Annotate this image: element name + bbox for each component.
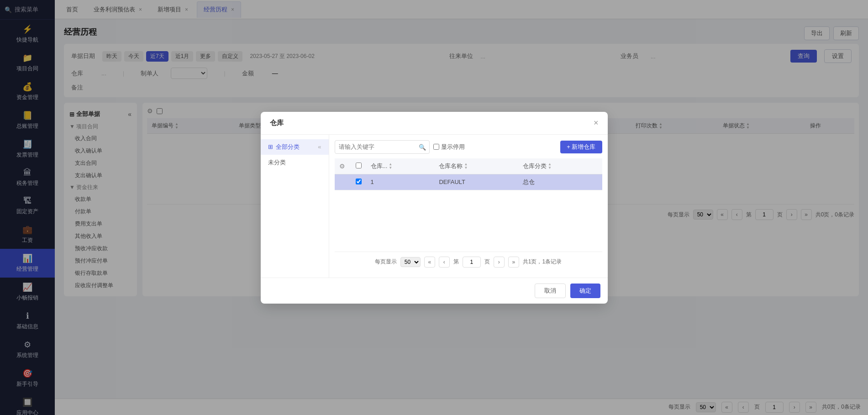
modal-prev-btn[interactable]: ‹ [439,257,450,268]
table-gear-icon[interactable]: ⚙ [339,163,345,170]
row-number: 1 [366,174,435,190]
table-row[interactable]: 1 DEFAULT 总仓 [335,174,602,190]
uncategorized-label: 未分类 [268,158,286,167]
row-code: DEFAULT [434,174,518,190]
modal-left-panel: ⊞ 全部分类 « 未分类 [261,135,329,278]
show-disabled-label[interactable]: 显示停用 [433,143,465,151]
modal-last-btn[interactable]: » [508,257,519,268]
modal-header: 仓库 × [261,112,608,135]
modal-actions: 取消 确定 [261,278,608,304]
select-all-modal-checkbox[interactable] [356,163,362,168]
modal-next-btn[interactable]: › [494,257,505,268]
modal-first-btn[interactable]: « [424,257,435,268]
row-settings [335,174,351,190]
modal-table-wrap: ⚙ 仓库... ▲▼ [335,158,602,249]
warehouse-search-input[interactable] [335,140,430,154]
modal-page-label: 第 [453,258,459,266]
search-wrap: 🔍 [335,140,430,154]
grid-icon-modal: ⊞ [268,143,273,150]
modal-per-page-label: 每页显示 [375,258,397,266]
search-icon[interactable]: 🔍 [419,143,426,150]
add-warehouse-button[interactable]: + 新增仓库 [560,141,602,153]
col-warehouse-name: 仓库名称 ▲▼ [434,158,518,174]
modal-right-panel: 🔍 显示停用 + 新增仓库 ⚙ [329,135,608,278]
warehouse-table: ⚙ 仓库... ▲▼ [335,158,602,190]
warehouse-modal: 仓库 × ⊞ 全部分类 « 未分类 [261,112,608,304]
col-checkbox [351,158,366,174]
confirm-button[interactable]: 确定 [570,284,600,298]
row-checkbox [351,174,366,190]
cancel-button[interactable]: 取消 [535,284,566,298]
modal-close-button[interactable]: × [594,118,599,128]
modal-body: ⊞ 全部分类 « 未分类 🔍 显示停用 [261,135,608,278]
modal-page-unit: 页 [484,258,490,266]
col-warehouse-code: 仓库... ▲▼ [366,158,435,174]
modal-overlay: 仓库 × ⊞ 全部分类 « 未分类 [0,0,868,415]
row-name: 总仓 [518,174,602,190]
modal-total-label: 共1页，1条记录 [523,258,562,266]
all-categories-label: 全部分类 [276,143,300,151]
show-disabled-checkbox[interactable] [433,144,439,150]
modal-left-uncategorized[interactable]: 未分类 [261,155,329,170]
col-warehouse-category: 仓库分类 ▲▼ [518,158,602,174]
modal-title: 仓库 [270,119,284,127]
modal-toolbar: 🔍 显示停用 + 新增仓库 [335,140,602,154]
modal-per-page-select[interactable]: 50 [400,257,421,267]
modal-left-all-categories[interactable]: ⊞ 全部分类 « [261,139,329,155]
collapse-left-btn[interactable]: « [318,143,321,150]
modal-pagination: 每页显示 50 « ‹ 第 页 › » 共1页，1条记录 [335,252,602,272]
row-select-checkbox[interactable] [356,179,362,184]
col-settings: ⚙ [335,158,351,174]
modal-page-input[interactable] [463,257,481,268]
show-disabled-text: 显示停用 [441,143,465,151]
